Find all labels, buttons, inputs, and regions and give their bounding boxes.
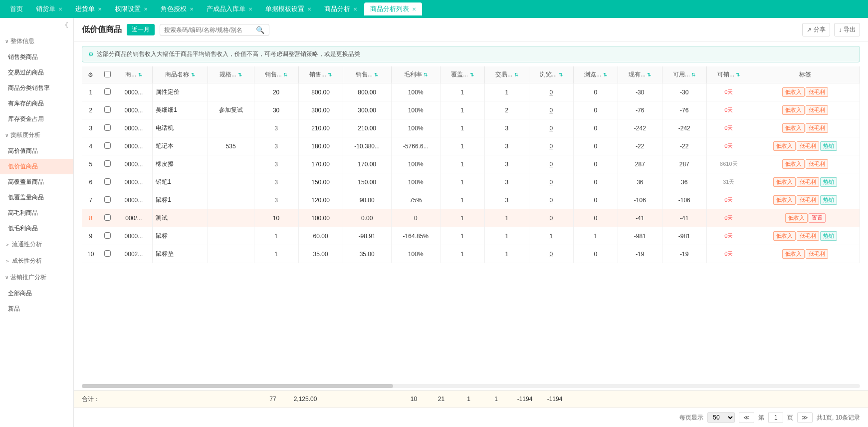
sidebar-item-high-coverage[interactable]: 高覆盖量商品	[0, 174, 73, 190]
nav-product-analysis[interactable]: 商品分析✕	[318, 2, 363, 15]
export-btn[interactable]: ↓ 导出	[834, 23, 860, 36]
row-checkbox[interactable]	[104, 124, 111, 131]
sidebar-item-category-sales-rate[interactable]: 商品分类销售率	[0, 80, 73, 96]
scroll-thumb[interactable]	[82, 384, 393, 388]
share-btn[interactable]: ↗ 分享	[802, 23, 830, 36]
row-checkbox-cell[interactable]	[100, 119, 115, 137]
sidebar-item-sales-products[interactable]: 销售类商品	[0, 49, 73, 65]
nav-permissions[interactable]: 权限设置✕	[109, 2, 154, 15]
close-icon[interactable]: ✕	[412, 6, 416, 12]
per-page-select[interactable]: 50 100 200	[707, 412, 735, 423]
row-checkbox[interactable]	[104, 232, 111, 239]
row-view1[interactable]: 0	[529, 209, 573, 227]
row-checkbox[interactable]	[104, 214, 111, 221]
row-view1[interactable]: 0	[529, 191, 573, 209]
sidebar-item-high-value[interactable]: 高价值商品	[0, 143, 73, 159]
row-view1[interactable]: 0	[529, 83, 573, 101]
row-checkbox-cell[interactable]	[100, 191, 115, 209]
row-checkbox[interactable]	[104, 160, 111, 167]
sidebar-group-growth-title[interactable]: ＞ 成长性分析	[0, 253, 73, 269]
close-icon[interactable]: ✕	[58, 6, 62, 12]
sidebar-item-all-products[interactable]: 全部商品	[0, 286, 73, 301]
qty-col-header[interactable]: 销售... ⇅	[254, 66, 298, 83]
sidebar-item-low-coverage[interactable]: 低覆盖量商品	[0, 190, 73, 205]
row-checkbox[interactable]	[104, 178, 111, 185]
row-view1[interactable]: 0	[529, 245, 573, 263]
row-checkbox[interactable]	[104, 196, 111, 203]
nav-template[interactable]: 单据模板设置✕	[259, 2, 317, 15]
sidebar-group-liquidity-title[interactable]: ＞ 流通性分析	[0, 236, 73, 253]
close-icon[interactable]: ✕	[307, 6, 311, 12]
sidebar-item-new-products[interactable]: 新品	[0, 301, 73, 317]
view2-col-header[interactable]: 浏览... ⇅	[573, 66, 618, 83]
current-col-header[interactable]: 现有... ⇅	[618, 66, 662, 83]
sidebar-item-low-margin[interactable]: 低毛利商品	[0, 221, 73, 236]
row-checkbox[interactable]	[104, 250, 111, 257]
sort-icon: ⇅	[559, 72, 563, 77]
next-page-btn[interactable]: ≫	[797, 412, 813, 423]
row-checkbox-cell[interactable]	[100, 227, 115, 245]
row-view1[interactable]: 0	[529, 155, 573, 173]
row-checkbox-cell[interactable]	[100, 155, 115, 173]
row-checkbox[interactable]	[104, 106, 111, 113]
row-checkbox-cell[interactable]	[100, 245, 115, 263]
sidebar-group-marketing-title[interactable]: ∨ 营销推广分析	[0, 269, 73, 286]
horizontal-scrollbar[interactable]	[82, 384, 860, 388]
row-checkbox-cell[interactable]	[100, 137, 115, 155]
first-page-btn[interactable]: ≪	[739, 412, 754, 423]
tag-col-header[interactable]: 标签	[751, 66, 860, 83]
row-view1[interactable]: 0	[529, 173, 573, 191]
table-row: 10 0002... 鼠标垫 1 35.00 35.00 100% 1 1 0 …	[82, 245, 860, 263]
sidebar-item-inventory-capital[interactable]: 库存资金占用	[0, 111, 73, 127]
name-col-header[interactable]: 商品名称 ⇅	[153, 66, 208, 83]
row-checkbox-cell[interactable]	[100, 101, 115, 119]
search-input[interactable]	[164, 26, 254, 33]
nav-product-analysis-list[interactable]: 商品分析列表✕	[364, 2, 422, 15]
sidebar-item-low-value[interactable]: 低价值商品	[0, 159, 73, 174]
sidebar-item-high-margin[interactable]: 高毛利商品	[0, 205, 73, 221]
nav-roles[interactable]: 角色授权✕	[155, 2, 200, 15]
row-checkbox[interactable]	[104, 88, 111, 95]
sidebar-group-overall-title[interactable]: ∨ 整体信息	[0, 33, 73, 49]
coverage-col-header[interactable]: 覆盖... ⇅	[440, 66, 484, 83]
available-col-header[interactable]: 可用... ⇅	[662, 66, 706, 83]
sidebar-collapse-btn[interactable]: 《	[0, 18, 73, 33]
row-view1[interactable]: 1	[529, 227, 573, 245]
nav-home[interactable]: 首页	[4, 2, 29, 15]
row-view1[interactable]: 0	[529, 101, 573, 119]
row-checkbox-cell[interactable]	[100, 209, 115, 227]
spec-col-header[interactable]: 规格... ⇅	[208, 66, 254, 83]
row-checkbox-cell[interactable]	[100, 83, 115, 101]
settings-col-header[interactable]: ⚙	[82, 66, 100, 83]
transaction-col-header[interactable]: 交易... ⇅	[484, 66, 529, 83]
search-icon[interactable]: 🔍	[256, 26, 264, 34]
close-icon[interactable]: ✕	[190, 6, 194, 12]
header-actions: ↗ 分享 ↓ 导出	[802, 23, 860, 36]
row-checkbox[interactable]	[104, 142, 111, 149]
row-checkbox-cell[interactable]	[100, 173, 115, 191]
nav-purchase[interactable]: 进货单✕	[69, 2, 108, 15]
margin-col-header[interactable]: 毛利率 ⇅	[391, 66, 440, 83]
nav-warehouse[interactable]: 产成品入库单✕	[201, 2, 258, 15]
sidebar-group-contribution-title[interactable]: ∨ 贡献度分析	[0, 127, 73, 143]
saleable-col-header[interactable]: 可销... ⇅	[706, 66, 751, 83]
date-filter-btn[interactable]: 近一月	[127, 24, 155, 35]
sidebar-item-stock-products[interactable]: 有库存的商品	[0, 96, 73, 111]
row-available: -76	[662, 101, 706, 119]
profit-col-header[interactable]: 销售... ⇅	[343, 66, 391, 83]
row-view1[interactable]: 0	[529, 119, 573, 137]
row-view1[interactable]: 0	[529, 137, 573, 155]
close-icon[interactable]: ✕	[144, 6, 148, 12]
nav-sales[interactable]: 销货单✕	[30, 2, 68, 15]
check-col-header[interactable]	[100, 66, 115, 83]
select-all-checkbox[interactable]	[104, 71, 111, 77]
close-icon[interactable]: ✕	[353, 6, 357, 12]
sidebar-item-traded-products[interactable]: 交易过的商品	[0, 65, 73, 80]
close-icon[interactable]: ✕	[248, 6, 252, 12]
code-col-header[interactable]: 商... ⇅	[115, 66, 153, 83]
chevron-right-icon: ＞	[5, 258, 10, 265]
amount-col-header[interactable]: 销售... ⇅	[298, 66, 343, 83]
page-number-input[interactable]	[768, 413, 783, 423]
view1-col-header[interactable]: 浏览... ⇅	[529, 66, 573, 83]
close-icon[interactable]: ✕	[98, 6, 102, 12]
